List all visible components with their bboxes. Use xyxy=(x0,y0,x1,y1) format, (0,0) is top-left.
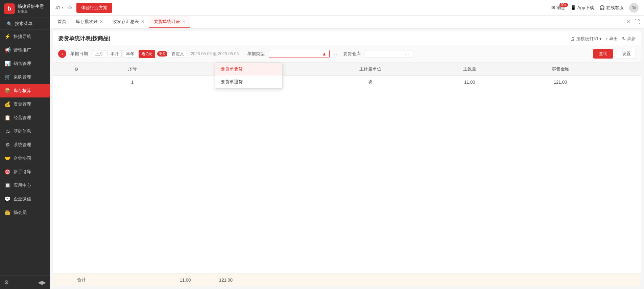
sidebar-logo: b 畅捷通好生意 标准版 xyxy=(0,0,50,18)
filter-more-icon[interactable]: ⋯ xyxy=(334,51,339,57)
sidebar-item-operations[interactable]: 📋 经营管理 xyxy=(0,111,50,125)
date-chip-this-month[interactable]: 本月 xyxy=(108,50,122,58)
tab-inventory-batch-close[interactable]: ✕ xyxy=(100,19,103,24)
app-subtitle: 标准版 xyxy=(18,9,44,14)
tabbar: 首页 库存批次账 ✕ 收发存汇总表 ✕ 要货单统计表 ✕ ✕ ⛶ xyxy=(50,16,644,28)
topbar: 41 ▾ ⚙ 体验行业方案 ✉ 消息 99+ 📱 App下载 🎧 在线客服 Ri… xyxy=(50,0,644,16)
page-header-actions: 🖨 按模板打印 ▾ ↑ 导出 ↻ 刷新 xyxy=(570,36,636,42)
refresh-button[interactable]: ↻ 刷新 xyxy=(622,36,636,42)
sidebar-item-basic[interactable]: 🗂 基础信息 xyxy=(0,125,50,138)
sidebar-item-finance[interactable]: 💰 资金管理 xyxy=(0,97,50,111)
store-selector[interactable]: 41 ▾ xyxy=(55,5,64,10)
sidebar-item-guide[interactable]: 🎯 新手引导 xyxy=(0,165,50,179)
settings-button[interactable]: 设置 xyxy=(617,49,636,59)
footer-amount: 121.00 xyxy=(206,277,246,283)
sidebar-item-label: 企业微信 xyxy=(14,196,31,202)
date-range-display: 2023-05-06 至 2023-06-06 xyxy=(191,51,239,57)
print-label: 按模板打印 xyxy=(576,36,598,42)
sidebar-item-member[interactable]: 👑 畅会员 xyxy=(0,206,50,219)
date-more-badge[interactable]: 更多 xyxy=(157,51,167,57)
messages-badge: 99+ xyxy=(559,3,568,7)
cell-seq: 1 xyxy=(100,76,165,88)
tabbar-controls: ✕ ⛶ xyxy=(625,16,644,28)
sidebar-item-label: 新手引导 xyxy=(14,169,31,175)
cell-unit: 块 xyxy=(312,76,429,88)
topbar-left: 41 ▾ ⚙ 体验行业方案 xyxy=(55,3,112,13)
sidebar-item-system[interactable]: ⚙ 系统管理 xyxy=(0,138,50,152)
sidebar-item-label: 采购管理 xyxy=(14,74,31,80)
cell-extra xyxy=(610,76,641,88)
headset-icon: 🎧 xyxy=(599,5,605,10)
table-footer: 合计 11.00 121.00 xyxy=(53,273,641,286)
main-content: 41 ▾ ⚙ 体验行业方案 ✉ 消息 99+ 📱 App下载 🎧 在线客服 Ri… xyxy=(50,0,644,289)
sidebar-item-appstore[interactable]: 🔲 应用中心 xyxy=(0,179,50,192)
cell-quantity: 11.00 xyxy=(429,76,511,88)
sidebar-item-purchase[interactable]: 🛒 采购管理 xyxy=(0,70,50,84)
avatar-text: Rit xyxy=(631,6,636,10)
search-label: 搜索菜单 xyxy=(15,21,32,27)
collapse-icon[interactable]: ◀▶ xyxy=(38,279,46,286)
print-button[interactable]: 🖨 按模板打印 ▾ xyxy=(570,36,602,42)
warehouse-select[interactable]: ⋯ xyxy=(365,50,412,58)
sidebar-item-label: 系统管理 xyxy=(14,142,31,148)
col-quantity-header: 主数量 xyxy=(429,63,511,76)
user-avatar[interactable]: Rit xyxy=(629,3,639,13)
tab-receive-summary-label: 收发存汇总表 xyxy=(113,19,139,25)
sidebar-item-label: 资金管理 xyxy=(14,101,31,107)
topbar-settings-icon[interactable]: ⚙ xyxy=(68,4,72,11)
date-chip-last-month[interactable]: 上月 xyxy=(92,50,106,58)
online-service-item[interactable]: 🎧 在线客服 xyxy=(599,5,624,11)
guide-icon: 🎯 xyxy=(4,169,11,175)
col-settings-header[interactable]: ⚙ xyxy=(53,63,100,76)
app-download-item[interactable]: 📱 App下载 xyxy=(571,5,594,11)
export-label: 导出 xyxy=(609,36,618,42)
sidebar-item-sales[interactable]: 📊 销售管理 xyxy=(0,57,50,70)
filter-expand-button[interactable]: › xyxy=(58,50,66,58)
tabbar-close-btn[interactable]: ✕ xyxy=(625,17,632,26)
dropdown-item-order-return[interactable]: 要货单退货 xyxy=(215,75,282,88)
table-settings-icon: ⚙ xyxy=(74,67,78,72)
tab-receive-summary[interactable]: 收发存汇总表 ✕ xyxy=(108,16,149,28)
app-download-label: App下载 xyxy=(577,5,594,11)
settings-bottom-icon[interactable]: ⚙ xyxy=(4,279,9,286)
print-dropdown-icon: ▾ xyxy=(599,36,602,41)
type-select[interactable]: ▲ xyxy=(269,50,330,58)
sidebar-item-quick-nav[interactable]: ⚡ 快捷导航 xyxy=(0,30,50,43)
tab-inventory-batch[interactable]: 库存批次账 ✕ xyxy=(71,16,108,28)
tabbar-expand-btn[interactable]: ⛶ xyxy=(633,18,641,26)
sidebar-item-enterprise[interactable]: 🤝 企业协同 xyxy=(0,152,50,165)
refresh-icon: ↻ xyxy=(622,36,626,41)
type-select-chevron-up-icon: ▲ xyxy=(322,51,327,57)
dropdown-item-order-goods[interactable]: 要货单要货 xyxy=(215,63,282,75)
sidebar-item-label: 基础信息 xyxy=(14,128,31,134)
sidebar-item-marketing[interactable]: 📢 营销推广 xyxy=(0,43,50,57)
export-button[interactable]: ↑ 导出 xyxy=(606,36,618,42)
date-chip-custom[interactable]: 自定义 xyxy=(169,50,187,58)
messages-item[interactable]: ✉ 消息 99+ xyxy=(551,5,565,11)
basic-icon: 🗂 xyxy=(4,128,11,135)
tab-home[interactable]: 首页 xyxy=(53,16,71,28)
col-amount-header: 零售金额 xyxy=(511,63,610,76)
query-button[interactable]: 查询 xyxy=(593,49,613,59)
search-icon: 🔍 xyxy=(7,21,12,26)
sidebar-item-label: 营销推广 xyxy=(14,47,31,53)
appstore-icon: 🔲 xyxy=(4,182,11,189)
date-chip-last-7days[interactable]: 近7天 xyxy=(139,50,155,58)
chevron-down-icon: ▾ xyxy=(62,5,64,10)
sidebar-search[interactable]: 🔍 搜索菜单 xyxy=(0,18,50,30)
type-filter-label: 单据类型 xyxy=(247,51,265,57)
store-name: 41 xyxy=(55,5,60,10)
refresh-label: 刷新 xyxy=(627,36,636,42)
sidebar-item-label: 应用中心 xyxy=(14,182,31,188)
tab-order-stats[interactable]: 要货单统计表 ✕ xyxy=(149,16,190,28)
sidebar: b 畅捷通好生意 标准版 🔍 搜索菜单 ⚡ 快捷导航 📢 营销推广 📊 销售管理… xyxy=(0,0,50,289)
operations-icon: 📋 xyxy=(4,114,11,121)
sidebar-item-wechat[interactable]: 💬 企业微信 xyxy=(0,192,50,206)
industry-button[interactable]: 体验行业方案 xyxy=(76,3,112,13)
footer-quantity: 11.00 xyxy=(165,277,206,283)
date-chips: 上月 本月 本年 近7天 更多 自定义 xyxy=(92,50,187,58)
tab-order-stats-close[interactable]: ✕ xyxy=(182,19,186,24)
sidebar-item-inventory[interactable]: 📦 库存核算 xyxy=(0,84,50,97)
tab-receive-summary-close[interactable]: ✕ xyxy=(141,19,144,24)
date-chip-this-year[interactable]: 本年 xyxy=(123,50,137,58)
